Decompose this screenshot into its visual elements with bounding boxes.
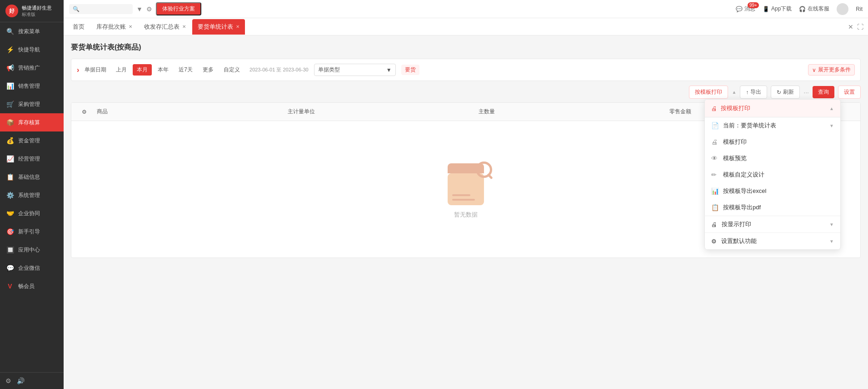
tab-order-stats-close[interactable]: ✕ (236, 24, 239, 29)
trial-btn[interactable]: 体验行业方案 (156, 2, 201, 15)
date-filter-label: 单据日期 (85, 66, 106, 74)
sidebar-item-enterprise[interactable]: 🤝 企业协同 (0, 204, 64, 222)
sidebar-item-purchase[interactable]: 🛒 采购管理 (0, 95, 64, 113)
template-preview-label: 模板预览 (723, 154, 747, 162)
dropdown-template-print[interactable]: 🖨 模板打印 (705, 134, 840, 150)
date-btn-7days[interactable]: 近7天 (175, 64, 197, 76)
sidebar-item-sales[interactable]: 📊 销售管理 (0, 77, 64, 95)
quick-nav-icon: ⚡ (5, 45, 15, 54)
settings-btn[interactable]: 设置 (838, 86, 861, 99)
tab-inventory-batch[interactable]: 库存批次账 ✕ (91, 19, 138, 35)
message-btn[interactable]: 💬 消息 99+ (736, 5, 755, 13)
dropdown-current-template[interactable]: 📄 当前：要货单统计表 ▼ (705, 117, 840, 134)
app-download-btn[interactable]: 📱 App下载 (763, 5, 792, 13)
current-template-arrow: ▼ (829, 123, 834, 128)
guide-icon: 🎯 (5, 227, 15, 236)
dropdown-display-print[interactable]: 🖨 按显示打印 ▼ (705, 216, 840, 232)
expand-conditions-label: 展开更多条件 (818, 66, 851, 74)
date-filter: 上月 本月 本年 近7天 更多 自定义 (112, 64, 244, 76)
sidebar-item-quick-nav[interactable]: ⚡ 快捷导航 (0, 40, 64, 59)
filter-row-1: › 单据日期 上月 本月 本年 近7天 更多 自定义 2023-06-01 至 … (77, 64, 855, 76)
print-btn[interactable]: 按模板打印 (689, 86, 728, 99)
dropdown-header: 🖨 按模板打印 ▲ (705, 100, 840, 117)
sidebar-item-marketing[interactable]: 📢 营销推广 (0, 59, 64, 77)
dropdown-template-custom[interactable]: ✏ 模板自定义设计 (705, 167, 840, 183)
basic-info-label: 基础信息 (18, 173, 40, 181)
date-range-display: 2023-06-01 至 2023-06-30 (249, 66, 309, 73)
marketing-icon: 📢 (5, 63, 15, 72)
date-btn-this-year[interactable]: 本年 (154, 64, 173, 76)
tabbar: 首页 库存批次账 ✕ 收发存汇总表 ✕ 要货单统计表 ✕ ✕ ⛶ (64, 18, 868, 35)
sidebar-item-inventory[interactable]: 📦 库存核算 (0, 113, 64, 131)
enterprise-icon: 🤝 (5, 209, 15, 218)
refresh-btn[interactable]: ↻ 刷新 (771, 86, 800, 99)
date-btn-this-month[interactable]: 本月 (133, 64, 152, 76)
topbar-search[interactable]: 🔍 (69, 4, 133, 14)
template-custom-icon: ✏ (711, 171, 718, 178)
topbar-gear-icon[interactable]: ▼ (136, 5, 143, 13)
tab-inventory-batch-close[interactable]: ✕ (129, 24, 132, 29)
date-btn-last-month[interactable]: 上月 (112, 64, 131, 76)
sidebar-item-guide[interactable]: 🎯 新手引导 (0, 222, 64, 241)
tab-receipt-summary-close[interactable]: ✕ (182, 24, 186, 29)
filter-bar: › 单据日期 上月 本月 本年 近7天 更多 自定义 2023-06-01 至 … (71, 59, 861, 81)
online-service-label: 在线客服 (808, 5, 829, 13)
dropdown-set-default[interactable]: ⚙ 设置默认功能 ▼ (705, 232, 840, 249)
speaker-icon[interactable]: 🔊 (17, 377, 25, 384)
online-service-btn[interactable]: 🎧 在线客服 (799, 5, 829, 13)
tab-maximize-btn[interactable]: ⛶ (856, 22, 864, 31)
tab-order-stats[interactable]: 要货单统计表 ✕ (192, 19, 245, 35)
filter-expand-icon[interactable]: › (77, 66, 79, 74)
sales-label: 销售管理 (18, 82, 40, 90)
system-icon: ⚙️ (5, 191, 15, 200)
date-btn-more[interactable]: 更多 (199, 64, 218, 76)
dropdown-title: 按模板打印 (721, 104, 750, 112)
export-pdf-label: 按模板导出pdf (723, 203, 761, 212)
dropdown-template-preview[interactable]: 👁 模板预览 (705, 150, 840, 167)
table-settings-col[interactable]: ⚙ (75, 109, 93, 115)
sidebar-nav: ⚡ 快捷导航 📢 营销推广 📊 销售管理 🛒 采购管理 📦 库存核算 💰 资金管… (0, 40, 64, 372)
action-bar: 按模板打印 ▲ ↑ 导出 ↻ 刷新 ··· 查询 设置 (71, 86, 861, 99)
purchase-icon: 🛒 (5, 100, 15, 109)
sidebar-item-operations[interactable]: 📈 经营管理 (0, 150, 64, 168)
empty-illustration (439, 160, 493, 205)
purchase-label: 采购管理 (18, 101, 40, 108)
tab-receipt-summary[interactable]: 收发存汇总表 ✕ (139, 19, 191, 35)
set-default-icon: ⚙ (711, 238, 717, 245)
message-badge: 99+ (748, 2, 759, 8)
sidebar-item-finance[interactable]: 💰 资金管理 (0, 131, 64, 150)
sidebar-item-basic-info[interactable]: 📋 基础信息 (0, 168, 64, 186)
order-type-select[interactable]: 单据类型 ▼ (314, 64, 396, 76)
query-btn[interactable]: 查询 (813, 86, 834, 98)
template-print-label: 模板打印 (723, 138, 747, 146)
sidebar-item-app-center[interactable]: 🔲 应用中心 (0, 241, 64, 259)
dropdown-export-excel[interactable]: 📊 按模板导出excel (705, 183, 840, 199)
sidebar-item-enterprise-wechat[interactable]: 💬 企业微信 (0, 259, 64, 277)
membership-label: 畅会员 (18, 283, 35, 290)
basic-info-icon: 📋 (5, 172, 15, 182)
dropdown-collapse-icon[interactable]: ▲ (829, 106, 834, 111)
topbar-settings-icon[interactable]: ⚙ (146, 5, 152, 13)
expand-conditions-btn[interactable]: ∨ 展开更多条件 (808, 64, 855, 76)
sidebar-item-search[interactable]: 🔍 搜索菜单 (0, 22, 64, 40)
sidebar-item-membership[interactable]: V 畅会员 (0, 277, 64, 295)
tab-home[interactable]: 首页 (67, 19, 90, 35)
tab-close-all-btn[interactable]: ✕ (847, 22, 854, 31)
table-col-product: 商品 (93, 108, 284, 116)
sidebar-item-system[interactable]: ⚙️ 系统管理 (0, 186, 64, 204)
current-template-label: 当前：要货单统计表 (723, 121, 776, 130)
search-icon: 🔍 (5, 27, 15, 36)
inventory-label: 库存核算 (18, 119, 40, 126)
topbar-actions: 💬 消息 99+ 📱 App下载 🎧 在线客服 Rit (736, 3, 863, 15)
finance-label: 资金管理 (18, 137, 40, 145)
date-btn-custom[interactable]: 自定义 (219, 64, 244, 76)
set-default-label: 设置默认功能 (721, 237, 757, 245)
export-icon: ↑ (746, 89, 748, 96)
more-actions-icon[interactable]: ··· (803, 89, 809, 96)
export-btn[interactable]: ↑ 导出 (740, 86, 767, 99)
dropdown-export-pdf[interactable]: 📋 按模板导出pdf (705, 199, 840, 216)
enterprise-wechat-icon: 💬 (5, 263, 15, 273)
settings-icon[interactable]: ⚙ (5, 377, 11, 384)
user-avatar[interactable] (837, 3, 848, 15)
guide-label: 新手引导 (18, 228, 40, 236)
